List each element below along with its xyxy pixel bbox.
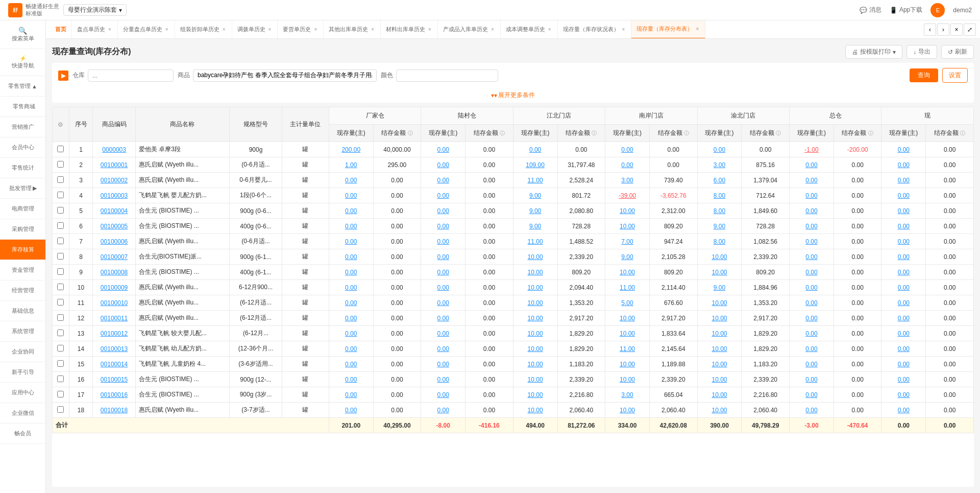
- table-row: 13 00100012 飞鹤星飞帆 较大婴儿配... (6-12月... 罐 0…: [53, 326, 974, 341]
- row-checkbox[interactable]: [53, 234, 69, 249]
- sidebar-item-app-center[interactable]: 应用中心: [0, 383, 45, 403]
- row-checkbox[interactable]: [53, 173, 69, 188]
- industry-selector[interactable]: 母婴行业演示陈套 ▾: [63, 4, 127, 16]
- table-row: 5 00100004 合生元 (BIOSTIME) ... 900g (0-6.…: [53, 203, 974, 219]
- sidebar-item-marketing[interactable]: 营销推广: [0, 117, 45, 137]
- row-checkbox[interactable]: [53, 188, 69, 203]
- export-btn[interactable]: ↓ 导出: [906, 45, 937, 59]
- content-area: 首页 盘点单历史 × 分量盘点单历史 × 组装折卸单历史 × 调拨单历史 × 要…: [46, 20, 980, 493]
- sidebar-item-ecommerce[interactable]: 电商管理: [0, 199, 45, 219]
- tab-close-transfer[interactable]: ×: [267, 26, 273, 33]
- row-checkbox[interactable]: [53, 372, 69, 387]
- tab-split-stock[interactable]: 分量盘点单历史 ×: [118, 20, 175, 39]
- sidebar-item-wholesale[interactable]: 批发管理 ▶: [0, 178, 45, 199]
- col-lucun-cun: 现存量(主): [421, 125, 465, 142]
- tab-stock-single[interactable]: 盘点单历史 ×: [72, 20, 118, 39]
- tab-close-stock-dist[interactable]: ×: [695, 26, 700, 32]
- row-checkbox[interactable]: [53, 326, 69, 341]
- row-checkbox[interactable]: [53, 295, 69, 311]
- setting-btn[interactable]: 设置: [942, 68, 968, 83]
- tab-transfer[interactable]: 调拨单历史 ×: [232, 20, 278, 39]
- col-settings[interactable]: ⚙: [53, 107, 69, 142]
- row-checkbox[interactable]: [53, 265, 69, 280]
- row-checkbox[interactable]: [53, 403, 69, 418]
- user-avatar[interactable]: E: [930, 3, 945, 17]
- quick-nav-icon: ⚡: [2, 55, 43, 62]
- sidebar-item-finance[interactable]: 资金管理: [0, 260, 45, 280]
- sidebar-item-inventory[interactable]: 库存核算: [0, 240, 45, 260]
- tab-demand[interactable]: 要货单历史 ×: [278, 20, 324, 39]
- sidebar-item-search[interactable]: 🔍 搜索英单: [0, 20, 45, 49]
- tab-prev-btn[interactable]: ‹: [924, 24, 936, 36]
- tab-expand-btn[interactable]: ⤢: [964, 24, 976, 36]
- filter-toggle-btn[interactable]: ▶: [58, 71, 68, 81]
- tab-cost-adjust[interactable]: 成本调整单历史 ×: [501, 20, 558, 39]
- col-yubei-cun: 现存量(主): [697, 125, 742, 142]
- tab-product-in[interactable]: 产成品入库单历史 ×: [438, 20, 501, 39]
- tab-stock-status[interactable]: 现存量（库存状况表） ×: [558, 20, 632, 39]
- sidebar-item-retail-mgmt[interactable]: 零售管理 ▲: [0, 76, 45, 97]
- username[interactable]: demo2: [953, 7, 972, 14]
- filter-expand-bar: ▾▾ 展开更多条件: [52, 88, 974, 103]
- message-icon: 💬: [860, 7, 867, 14]
- logo-area: 好 畅捷通好生意 标准版: [8, 3, 59, 17]
- search-btn[interactable]: 查询: [910, 68, 938, 82]
- page-actions: 🖨 按模版打印 ▾ ↓ 导出 ↺ 刷新: [845, 45, 974, 59]
- tab-close-stock-status[interactable]: ×: [621, 26, 626, 33]
- message-btn[interactable]: 💬 消息: [860, 6, 881, 14]
- chevron-down-icon: ▾: [119, 7, 122, 14]
- top-bar-left: 好 畅捷通好生意 标准版 母婴行业演示陈套 ▾: [8, 3, 127, 17]
- tab-close-product-in[interactable]: ×: [490, 26, 495, 33]
- print-btn[interactable]: 🖨 按模版打印 ▾: [845, 45, 902, 59]
- sidebar-item-quick-nav[interactable]: ⚡ 快捷导航: [0, 49, 45, 76]
- row-checkbox[interactable]: [53, 249, 69, 265]
- sidebar-item-retail-shop[interactable]: 零售商城: [0, 97, 45, 117]
- sidebar-item-purchase[interactable]: 采购管理: [0, 219, 45, 240]
- col-yubei-jin: 结存金额 ⓘ: [742, 125, 790, 142]
- sidebar-item-retail-stats[interactable]: 零售统计: [0, 158, 45, 178]
- tab-close-other-out[interactable]: ×: [370, 26, 375, 33]
- sidebar-item-enterprise[interactable]: 企业协同: [0, 342, 45, 362]
- row-checkbox[interactable]: [53, 157, 69, 173]
- tab-stock-dist[interactable]: 现存量（库存分布表） ×: [631, 20, 705, 39]
- tab-close-material-out[interactable]: ×: [427, 26, 432, 33]
- row-checkbox[interactable]: [53, 311, 69, 326]
- col-jiangbei-jin: 结存金额 ⓘ: [557, 125, 605, 142]
- sidebar-item-system[interactable]: 系统管理: [0, 321, 45, 342]
- tab-material-out[interactable]: 材料出库单历史 ×: [381, 20, 438, 39]
- tab-close-all-btn[interactable]: ×: [950, 24, 963, 36]
- goods-input[interactable]: [193, 69, 377, 82]
- inventory-table: ⚙ 序号 商品编码 商品名称 规格型号 主计量单位 厂家仓 陆村仓 江北门店 南…: [52, 107, 974, 433]
- tab-assembly[interactable]: 组装折卸单历史 ×: [175, 20, 232, 39]
- color-input[interactable]: [396, 69, 498, 82]
- sidebar-item-basic-info[interactable]: 基础信息: [0, 301, 45, 321]
- top-bar-right: 💬 消息 📱 App下载 E demo2: [860, 3, 972, 17]
- tab-close-cost-adjust[interactable]: ×: [547, 26, 552, 33]
- tab-other-out[interactable]: 其他出库单历史 ×: [324, 20, 381, 39]
- table-row: 4 00100003 飞鹤星飞帆 婴儿配方奶... 1段(0-6个... 罐 0…: [53, 188, 974, 203]
- filter-goods: 商品: [178, 69, 377, 82]
- sidebar-item-member[interactable]: 会员中心: [0, 137, 45, 158]
- row-checkbox[interactable]: [53, 142, 69, 157]
- warehouse-input[interactable]: [88, 69, 174, 82]
- row-checkbox[interactable]: [53, 341, 69, 357]
- tab-close-assembly[interactable]: ×: [222, 26, 227, 33]
- refresh-btn[interactable]: ↺ 刷新: [941, 45, 974, 59]
- tab-home[interactable]: 首页: [50, 20, 72, 39]
- row-checkbox[interactable]: [53, 203, 69, 219]
- tab-close-split-stock[interactable]: ×: [164, 26, 169, 33]
- page-header: 现存量查询(库存分布) 🖨 按模版打印 ▾ ↓ 导出 ↺ 刷新: [52, 45, 974, 59]
- sidebar-item-operations[interactable]: 经营管理: [0, 280, 45, 301]
- row-checkbox[interactable]: [53, 219, 69, 234]
- sidebar-item-newbie[interactable]: 新手引导: [0, 362, 45, 383]
- sidebar-item-wechat[interactable]: 企业微信: [0, 403, 45, 424]
- tab-next-btn[interactable]: ›: [937, 24, 949, 36]
- app-download-btn[interactable]: 📱 App下载: [890, 6, 922, 14]
- tab-close-stock-single[interactable]: ×: [107, 26, 112, 33]
- sidebar-item-vip[interactable]: 畅会员: [0, 424, 45, 444]
- row-checkbox[interactable]: [53, 357, 69, 372]
- row-checkbox[interactable]: [53, 280, 69, 295]
- expand-conditions-btn[interactable]: ▾▾ 展开更多条件: [491, 91, 535, 100]
- row-checkbox[interactable]: [53, 387, 69, 403]
- tab-close-demand[interactable]: ×: [313, 26, 318, 33]
